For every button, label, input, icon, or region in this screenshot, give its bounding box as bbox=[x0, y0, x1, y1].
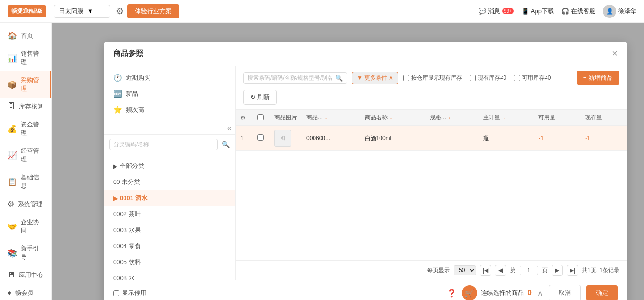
cancel-btn[interactable]: 取消 bbox=[549, 285, 581, 300]
navbar: 畅捷通 精品版 日太阳膜 ▼ ⚙ 体验行业方案 💬 消息 99+ 📱 App下载… bbox=[0, 0, 644, 23]
experience-btn[interactable]: 体验行业方案 bbox=[127, 4, 179, 18]
basic-icon: 📋 bbox=[8, 177, 17, 186]
checkbox-available-label: 可用库存≠0 bbox=[522, 74, 551, 82]
sidebar-item-member[interactable]: ♦ 畅会员 bbox=[0, 284, 51, 300]
row-checkbox[interactable] bbox=[257, 134, 264, 141]
sidebar-item-apps[interactable]: 🖥 应用中心 bbox=[0, 266, 51, 284]
left-nav-new[interactable]: 🆕 新品 bbox=[104, 86, 235, 102]
store-select[interactable]: 日太阳膜 ▼ bbox=[54, 5, 110, 18]
sidebar-item-operation[interactable]: 📈 经营管理 bbox=[0, 142, 51, 168]
modal-header: 商品参照 × bbox=[104, 42, 627, 66]
col-spec[interactable]: 规格... ↕ bbox=[425, 110, 479, 126]
checkbox-stock-neq0[interactable]: 现有库存≠0 bbox=[470, 74, 506, 82]
category-item-0008[interactable]: 0008 水 bbox=[104, 270, 235, 280]
logo[interactable]: 畅捷通 精品版 bbox=[8, 5, 46, 17]
category-item-all[interactable]: ▶ 全部分类 bbox=[104, 158, 235, 174]
sidebar-item-basic[interactable]: 📋 基础信息 bbox=[0, 168, 51, 195]
sidebar-item-sales[interactable]: 📊 销售管理 bbox=[0, 45, 51, 71]
checkbox-stock-input[interactable] bbox=[470, 75, 476, 81]
sidebar-item-purchase[interactable]: 📦 采购管理 bbox=[0, 71, 51, 98]
message-icon: 💬 bbox=[479, 8, 486, 15]
toolbar: 🔍 ▼ 更多条件 ∧ 按仓库显示现有库存 bbox=[236, 66, 627, 110]
apps-icon: 🖥 bbox=[8, 271, 15, 279]
sidebar-item-label: 采购管理 bbox=[21, 76, 42, 93]
username: 徐泽华 bbox=[618, 7, 636, 16]
refresh-btn[interactable]: ↻ 刷新 bbox=[243, 90, 277, 105]
product-table: ⚙ 商品图片 商品... ↕ bbox=[236, 110, 627, 151]
add-product-btn[interactable]: + 新增商品 bbox=[577, 71, 619, 85]
show-disabled-label: 显示停用 bbox=[122, 289, 147, 297]
col-name[interactable]: 商品名称 ↕ bbox=[360, 110, 425, 126]
col-unit[interactable]: 主计量 ↕ bbox=[479, 110, 534, 126]
category-label: 0004 零食 bbox=[113, 242, 141, 250]
search-icon[interactable]: 🔍 bbox=[335, 75, 343, 82]
category-search-icon[interactable]: 🔍 bbox=[222, 141, 230, 148]
sidebar-item-system[interactable]: ⚙ 系统管理 bbox=[0, 195, 51, 213]
category-label: 0002 茶叶 bbox=[113, 210, 141, 218]
help-icon[interactable]: ❓ bbox=[447, 289, 456, 298]
cell-name: 白酒100ml bbox=[360, 126, 425, 151]
col-code[interactable]: 商品... ↕ bbox=[302, 110, 360, 126]
sidebar-item-label: 销售管理 bbox=[21, 50, 44, 67]
select-all-checkbox[interactable] bbox=[257, 114, 264, 120]
left-nav-frequent[interactable]: ⭐ 频次高 bbox=[104, 102, 235, 118]
checkbox-warehouse-input[interactable] bbox=[403, 75, 409, 81]
modal-footer: 显示停用 ❓ 🛒 连续选择的商品 0 ∧ 取消 确定 bbox=[104, 280, 627, 300]
sidebar-item-home[interactable]: 🏠 首页 bbox=[0, 26, 51, 45]
right-panel: 🔍 ▼ 更多条件 ∧ 按仓库显示现有库存 bbox=[236, 66, 627, 280]
messages-btn[interactable]: 💬 消息 99+ bbox=[479, 7, 514, 16]
online-service-btn[interactable]: 🎧 在线客服 bbox=[561, 7, 595, 16]
product-search-input[interactable] bbox=[248, 75, 332, 81]
purchase-icon: 📦 bbox=[8, 80, 17, 89]
user-profile[interactable]: 👤 徐泽华 bbox=[603, 5, 636, 18]
settings-icon[interactable]: ⚙ bbox=[116, 6, 124, 17]
checkbox-available-neq0[interactable]: 可用库存≠0 bbox=[514, 74, 551, 82]
confirm-btn[interactable]: 确定 bbox=[586, 285, 618, 300]
category-item-0005[interactable]: 0005 饮料 bbox=[104, 254, 235, 270]
checkbox-warehouse[interactable]: 按仓库显示现有库存 bbox=[403, 74, 462, 82]
avatar: 👤 bbox=[603, 5, 616, 18]
sidebar-item-finance[interactable]: 💰 资金管理 bbox=[0, 116, 51, 142]
system-icon: ⚙ bbox=[8, 200, 14, 208]
checkbox-available-input[interactable] bbox=[514, 75, 520, 81]
category-item-00[interactable]: 00 未分类 bbox=[104, 174, 235, 190]
category-search-input[interactable] bbox=[109, 139, 218, 150]
left-nav-recent[interactable]: 🕐 近期购买 bbox=[104, 70, 235, 86]
member-icon: ♦ bbox=[8, 289, 11, 297]
category-arrow-icon: ▶ bbox=[113, 195, 118, 202]
sidebar-item-label: 系统管理 bbox=[18, 200, 42, 208]
col-settings[interactable]: ⚙ bbox=[236, 110, 253, 126]
cell-available: -1 bbox=[534, 126, 580, 151]
table-row[interactable]: 1 图 000600... 白酒100ml bbox=[236, 126, 627, 151]
navbar-right: 💬 消息 99+ 📱 App下载 🎧 在线客服 👤 徐泽华 bbox=[479, 5, 636, 18]
messages-label: 消息 bbox=[488, 7, 500, 16]
cart-btn[interactable]: 🛒 bbox=[462, 285, 477, 300]
modal-close-btn[interactable]: × bbox=[612, 48, 618, 59]
footer-collapse-btn[interactable]: ∧ bbox=[537, 289, 543, 298]
cell-stock: -1 bbox=[580, 126, 627, 151]
filter-btn[interactable]: ▼ 更多条件 ∧ bbox=[352, 72, 398, 84]
cell-image: 图 bbox=[270, 126, 302, 151]
show-disabled-checkbox[interactable]: 显示停用 bbox=[113, 289, 147, 297]
sidebar-item-label: 新手引导 bbox=[21, 244, 44, 261]
cell-checkbox bbox=[253, 126, 270, 151]
page-number-input[interactable] bbox=[520, 266, 538, 275]
app-download-btn[interactable]: 📱 App下载 bbox=[521, 7, 554, 16]
panel-collapse-btn[interactable]: « bbox=[227, 124, 231, 133]
category-item-0001[interactable]: ▶ 0001 酒水 bbox=[104, 190, 235, 206]
next-page-btn[interactable]: ▶ bbox=[552, 265, 563, 276]
sidebar-item-guide[interactable]: 📚 新手引导 bbox=[0, 240, 51, 266]
prev-page-btn[interactable]: ◀ bbox=[495, 265, 506, 276]
category-item-0004[interactable]: 0004 零食 bbox=[104, 238, 235, 254]
per-page-select[interactable]: 50 bbox=[454, 265, 476, 275]
last-page-btn[interactable]: ▶| bbox=[567, 265, 578, 276]
left-panel-search-bar: 🔍 bbox=[104, 135, 235, 154]
category-label: 00 未分类 bbox=[113, 178, 140, 186]
sidebar-item-inventory[interactable]: 🗄 库存核算 bbox=[0, 98, 51, 116]
first-page-btn[interactable]: |◀ bbox=[480, 265, 491, 276]
sidebar-item-collab[interactable]: 🤝 企业协同 bbox=[0, 213, 51, 240]
cart-label: 连续选择的商品 bbox=[481, 289, 524, 297]
category-item-0003[interactable]: 0003 水果 bbox=[104, 222, 235, 238]
category-item-0002[interactable]: 0002 茶叶 bbox=[104, 206, 235, 222]
show-disabled-input[interactable] bbox=[113, 290, 119, 296]
